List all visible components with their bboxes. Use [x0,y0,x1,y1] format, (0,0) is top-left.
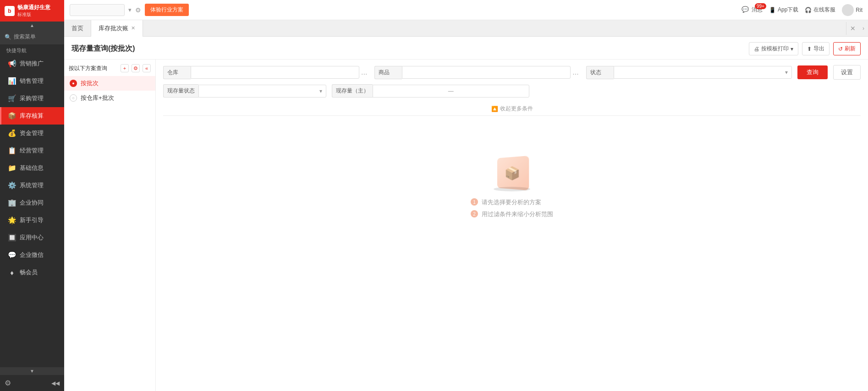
app-version: 标准版 [17,11,50,18]
product-filter-label: 商品 [374,66,402,79]
topbar: ▾ ⚙ 体验行业方案 💬 99+ 消息 📱 App下载 🎧 在线客服 Rit [64,0,868,20]
main-close-button[interactable]: ✕ [846,22,859,35]
collapse-panel-button[interactable]: « [143,64,151,72]
qty-filter-label: 现存量（主） [332,84,373,98]
sidebar-item-marketing[interactable]: 📢 营销推广 [0,55,64,72]
settings-icon[interactable]: ⚙ [5,379,11,387]
empty-box-icon: 📦 [497,156,529,190]
sidebar-item-basic[interactable]: 📁 基础信息 [0,159,64,177]
print-label: 按模板打印 [761,45,789,53]
sidebar-item-newbie[interactable]: 🌟 新手引导 [0,212,64,229]
empty-state: 📦 1 请先选择要分析的方案 2 用过滤条件来缩小分析范围 [163,116,861,246]
warehouse-filter-label: 仓库 [163,66,191,79]
basic-icon: 📁 [8,164,16,172]
messages-button[interactable]: 💬 99+ 消息 [742,6,763,14]
filter-area: 仓库 ... 商品 ... 状态 [163,65,861,115]
sidebar: b 畅康通好生意 标准版 ▲ 🔍 搜索菜单 快捷导航 📢 营销推广 📊 销售管理… [0,0,64,391]
sidebar-header: b 畅康通好生意 标准版 [0,0,64,22]
gear-icon: ⚙ [133,65,138,71]
add-scheme-button[interactable]: + [121,64,129,72]
warehouse-dots-icon[interactable]: ... [359,68,369,76]
empty-icon-wrap: 📦 [489,143,535,189]
sidebar-scroll-down[interactable]: ▼ [0,367,64,375]
app-logo: b [5,6,15,16]
qty-min-input[interactable] [377,88,445,94]
nav-label: 系统管理 [20,181,44,190]
nav-label: 应用中心 [20,234,44,242]
sidebar-scroll-up[interactable]: ▲ [0,22,64,29]
tab-inventory-batch[interactable]: 库存批次账 ✕ [91,20,143,37]
topbar-left: ▾ ⚙ 体验行业方案 [70,4,189,16]
refresh-icon: ↺ [838,46,843,52]
product-filter-input[interactable] [402,66,571,79]
collapse-bar[interactable]: 🔼 收起更多条件 [163,102,861,115]
status-dropdown[interactable]: ▾ [614,66,792,79]
tab-close-icon[interactable]: ✕ [131,25,135,31]
sidebar-item-purchase[interactable]: 🛒 采购管理 [0,90,64,107]
topbar-gear-icon[interactable]: ⚙ [135,6,141,14]
online-service-button[interactable]: 🎧 在线客服 [805,6,835,14]
nav-label: 销售管理 [20,77,44,85]
warehouse-filter-input[interactable] [191,66,359,79]
chevron-right-icon[interactable]: › [859,25,868,32]
sidebar-search[interactable]: 🔍 搜索菜单 [0,29,64,44]
try-industry-button[interactable]: 体验行业方案 [145,4,189,16]
page-header: 现存量查询(按批次) 🖨 按模板打印 ▾ ⬆ 导出 ↺ 刷新 [64,37,868,60]
message-badge: 99+ [755,3,766,9]
sidebar-item-finance[interactable]: 💰 资金管理 [0,125,64,142]
sidebar-item-system[interactable]: ⚙️ 系统管理 [0,177,64,194]
hint-num-2: 2 [471,210,478,217]
scheme-label: 按仓库+批次 [81,94,114,102]
qty-max-input[interactable] [456,88,525,94]
scheme-item-warehouse-batch[interactable]: ○ 按仓库+批次 [64,91,155,105]
scheme-active-dot: ● [70,80,77,87]
phone-icon: 📱 [769,7,776,13]
sidebar-item-sales[interactable]: 📊 销售管理 [0,72,64,90]
collapse-chevron-icon: 🔼 [491,106,498,112]
hint-text-1: 请先选择要分析的方案 [482,198,541,206]
status-filter-label: 状态 [586,66,614,79]
search-label: 搜索菜单 [14,33,36,41]
nav-label: 企业协同 [20,199,44,207]
filter-settings-button[interactable]: 设置 [833,65,861,80]
product-dots-icon[interactable]: ... [571,68,580,76]
app-download-button[interactable]: 📱 App下载 [769,6,798,14]
sidebar-item-wechat[interactable]: 💬 企业微信 [0,246,64,264]
audio-icon[interactable]: ◀◀ [51,380,60,386]
sidebar-item-appstore[interactable]: 🔲 应用中心 [0,229,64,246]
scheme-inactive-dot: ○ [70,94,77,102]
sidebar-item-member[interactable]: ♦ 畅会员 [0,264,64,281]
refresh-button[interactable]: ↺ 刷新 [833,42,861,55]
empty-hint-1: 1 请先选择要分析的方案 [471,198,553,206]
sidebar-nav: 📢 营销推广 📊 销售管理 🛒 采购管理 📦 库存核算 💰 资金管理 📋 经营管… [0,55,64,367]
nav-label: 资金管理 [20,129,44,137]
tab-home[interactable]: 首页 [64,20,91,37]
headset-icon: 🎧 [805,7,812,13]
scheme-settings-button[interactable]: ⚙ [132,64,140,72]
scheme-item-batch[interactable]: ● 按批次 [64,76,155,91]
marketing-icon: 📢 [8,60,16,68]
user-profile-button[interactable]: Rit [842,4,863,16]
sidebar-item-enterprise[interactable]: 🏢 企业协同 [0,194,64,212]
message-icon: 💬 [742,6,749,13]
nav-label: 采购管理 [20,94,44,103]
collapse-label: 收起更多条件 [500,105,533,113]
query-button[interactable]: 查询 [797,65,828,79]
main-area: ▾ ⚙ 体验行业方案 💬 99+ 消息 📱 App下载 🎧 在线客服 Rit [64,0,868,391]
chevron-down-icon[interactable]: ▾ [128,6,132,13]
empty-hint-2: 2 用过滤条件来缩小分析范围 [471,210,553,218]
newbie-icon: 🌟 [8,216,16,224]
empty-hints: 1 请先选择要分析的方案 2 用过滤条件来缩小分析范围 [471,198,553,218]
empty-box-shadow [494,187,530,191]
sidebar-item-operations[interactable]: 📋 经营管理 [0,142,64,159]
search-icon: 🔍 [5,34,11,40]
stock-status-dropdown[interactable]: ▾ [198,85,326,98]
sidebar-footer: ⚙ ◀◀ [0,375,64,391]
export-button[interactable]: ⬆ 导出 [802,42,830,55]
print-template-button[interactable]: 🖨 按模板打印 ▾ [749,42,798,55]
filter-row-1: 仓库 ... 商品 ... 状态 [163,65,861,80]
page-content: 现存量查询(按批次) 🖨 按模板打印 ▾ ⬆ 导出 ↺ 刷新 [64,37,868,391]
sidebar-item-inventory[interactable]: 📦 库存核算 [0,107,64,125]
topbar-search-input[interactable] [70,4,125,16]
app-download-label: App下载 [778,6,798,14]
